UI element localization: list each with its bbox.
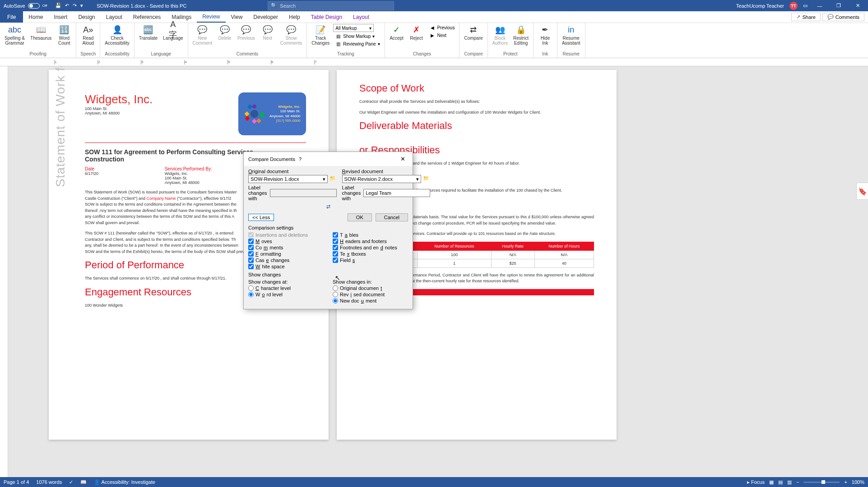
tab-design[interactable]: Design	[73, 11, 100, 23]
zoom-level[interactable]: 100%	[852, 479, 864, 485]
minimize-icon[interactable]: —	[813, 3, 826, 9]
dialog-close-button[interactable]: ✕	[398, 156, 408, 162]
tab-view[interactable]: View	[226, 11, 248, 23]
markup-combo[interactable]: All Markup▾	[333, 24, 374, 32]
tab-developer[interactable]: Developer	[248, 11, 283, 23]
zoom-in-button[interactable]: +	[844, 479, 847, 485]
group-label: Ink	[536, 51, 554, 57]
show-markup-button[interactable]: ▤Show Markup ▾	[333, 32, 381, 40]
resume-assistant-button[interactable]: inResume Assistant	[560, 24, 582, 46]
block-authors-button[interactable]: 👥Block Authors	[491, 24, 510, 46]
close-window-icon[interactable]: ✕	[851, 3, 864, 9]
web-layout-icon[interactable]: ▥	[787, 479, 792, 485]
tab-help[interactable]: Help	[283, 11, 306, 23]
language-indicator[interactable]: 📖	[80, 479, 87, 485]
tab-layout[interactable]: Layout	[101, 11, 128, 23]
ribbon-display-icon[interactable]: ▭	[803, 3, 808, 9]
comments-button[interactable]: 💬Comments	[822, 13, 864, 21]
chk-footnotes[interactable]: Footnotes and endnotes	[333, 245, 408, 250]
rad-original-doc[interactable]: Original document	[333, 285, 408, 291]
vertical-ruler[interactable]	[0, 66, 8, 477]
search-input[interactable]: 🔍 Search	[268, 1, 394, 10]
undo-icon[interactable]: ↶	[65, 3, 69, 9]
tab-table-design[interactable]: Table Design	[306, 11, 348, 23]
delete-comment-button[interactable]: 💬Delete	[216, 24, 234, 41]
chk-whitespace[interactable]: White space	[248, 264, 324, 269]
browse-original-icon[interactable]: 📁	[330, 175, 337, 183]
rad-word-level[interactable]: Word level	[248, 292, 324, 297]
previous-change-button[interactable]: ◀Previous	[427, 24, 457, 31]
reviewing-pane-button[interactable]: ▥Reviewing Pane ▾	[333, 40, 381, 47]
dialog-help-button[interactable]: ?	[295, 156, 305, 162]
print-layout-icon[interactable]: ▤	[778, 479, 783, 485]
user-avatar[interactable]: TT	[789, 2, 798, 10]
less-button[interactable]: << Less	[248, 214, 274, 221]
tab-home[interactable]: Home	[23, 11, 48, 23]
save-icon[interactable]: 💾	[55, 3, 61, 9]
chk-fields[interactable]: Fields	[333, 257, 408, 263]
user-name[interactable]: TeachUcomp Teacher	[736, 3, 784, 9]
browse-revised-icon[interactable]: 📁	[423, 175, 430, 183]
previous-comment-button[interactable]: 💬Previous	[236, 24, 257, 41]
swap-button[interactable]: ⇄	[248, 204, 408, 210]
tab-references[interactable]: References	[128, 11, 166, 23]
new-comment-button[interactable]: 💬New Comment	[191, 24, 214, 46]
restrict-editing-button[interactable]: 🔒Restrict Editing	[511, 24, 530, 46]
ok-button[interactable]: OK	[348, 213, 372, 221]
restrict-icon: 🔒	[516, 25, 526, 35]
autosave-toggle[interactable]: AutoSave Off	[0, 3, 51, 9]
tab-table-layout[interactable]: Layout	[348, 11, 375, 23]
check-accessibility-button[interactable]: 👤Check Accessibility	[103, 24, 131, 46]
thesaurus-button[interactable]: 📖Thesaurus	[28, 24, 53, 41]
cancel-button[interactable]: Cancel	[376, 213, 408, 221]
original-doc-select[interactable]: SOW-Revision 1.docx▾	[248, 175, 328, 183]
translate-button[interactable]: 🔤Translate	[137, 24, 159, 41]
word-count-button[interactable]: 🔢Word Count	[55, 24, 73, 46]
rad-revised-doc[interactable]: Revised document	[333, 292, 408, 297]
maximize-icon[interactable]: ❐	[832, 3, 845, 9]
read-mode-icon[interactable]: ▦	[769, 479, 774, 485]
tab-file[interactable]: File	[0, 11, 23, 23]
comment-icon: 💬	[827, 14, 834, 20]
rad-char-level[interactable]: Character level	[248, 285, 324, 291]
page-indicator[interactable]: Page 1 of 4	[4, 479, 29, 485]
rev-author-input[interactable]	[363, 189, 430, 197]
tab-insert[interactable]: Insert	[48, 11, 73, 23]
chk-case[interactable]: Case changes	[248, 257, 324, 263]
next-change-button[interactable]: ▶Next	[427, 32, 457, 39]
show-comments-button[interactable]: 💬Show Comments	[279, 24, 304, 46]
focus-mode[interactable]: ▸ Focus	[747, 479, 765, 485]
spelling-grammar-button[interactable]: abcSpelling & Grammar	[3, 24, 27, 46]
reject-button[interactable]: ✗Reject	[408, 24, 426, 41]
language-icon: A字	[168, 25, 178, 35]
qat-dropdown-icon[interactable]: ▾	[80, 3, 83, 9]
chk-tables[interactable]: Tables	[333, 232, 408, 238]
read-aloud-button[interactable]: A»Read Aloud	[79, 24, 97, 46]
chk-formatting[interactable]: Formatting	[248, 251, 324, 257]
chk-headers[interactable]: Headers and footers	[333, 239, 408, 244]
zoom-out-button[interactable]: −	[796, 479, 799, 485]
label-changes-rev: Label changes with	[342, 185, 361, 201]
hide-ink-button[interactable]: ✒Hide Ink	[536, 24, 554, 46]
track-changes-button[interactable]: 📝Track Changes	[310, 24, 331, 46]
orig-author-input[interactable]	[270, 189, 337, 197]
next-comment-button[interactable]: 💬Next	[259, 24, 277, 41]
group-label: Resume	[560, 51, 582, 57]
accessibility-status[interactable]: 👤 Accessibility: Investigate	[94, 479, 155, 485]
chk-moves[interactable]: Moves	[248, 239, 324, 244]
spell-check-icon[interactable]: ✓	[69, 479, 73, 485]
word-count[interactable]: 1076 words	[36, 479, 62, 485]
horizontal-ruler[interactable]: 1234567	[0, 58, 868, 66]
language-button[interactable]: A字Language	[161, 24, 185, 41]
revised-doc-select[interactable]: SOW-Revision 2.docx▾	[342, 175, 422, 183]
tab-review[interactable]: Review	[197, 11, 225, 23]
chk-textboxes[interactable]: Textboxes	[333, 251, 408, 257]
share-button[interactable]: ↗Share	[791, 13, 820, 21]
chk-comments[interactable]: Comments	[248, 245, 324, 250]
accept-button[interactable]: ✓Accept	[388, 24, 406, 41]
zoom-slider[interactable]	[803, 482, 840, 483]
compare-button[interactable]: ⇄Compare	[462, 24, 484, 41]
side-panel-tab[interactable]: 🔖	[856, 183, 868, 200]
redo-icon[interactable]: ↷	[73, 3, 77, 9]
rad-new-doc[interactable]: New document	[333, 298, 408, 303]
